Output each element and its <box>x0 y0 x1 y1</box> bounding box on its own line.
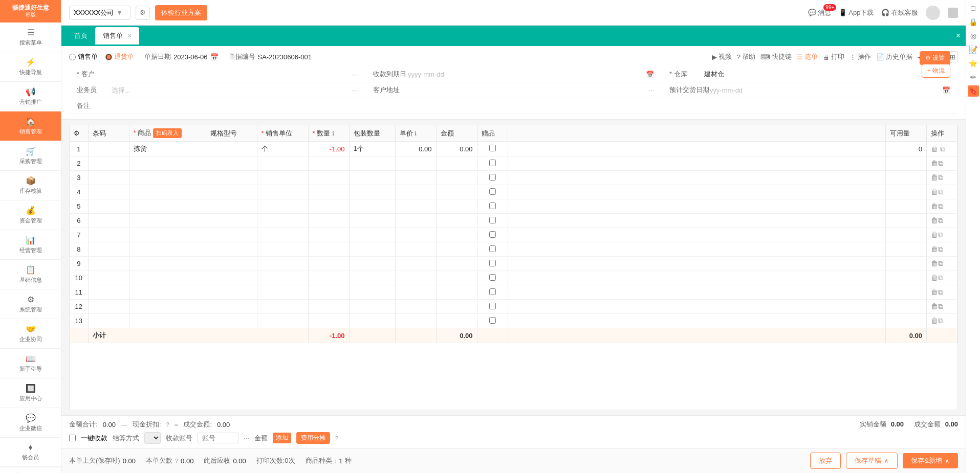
right-tool-target[interactable]: ◎ <box>968 30 979 41</box>
row-barcode[interactable] <box>88 142 129 156</box>
sidebar-item-basic[interactable]: 📋 基础信息 <box>0 260 61 289</box>
right-tool-edit[interactable]: ✏ <box>968 72 979 83</box>
tab-sales[interactable]: 销售单 × <box>95 27 139 44</box>
delete-row-button[interactable]: 🗑 <box>931 145 938 153</box>
sidebar-item-inventory[interactable]: 📦 库存核算 <box>0 171 61 200</box>
help-button[interactable]: ? 帮助 <box>737 52 755 61</box>
expense-help-icon[interactable]: ? <box>335 435 338 441</box>
address-dots-button[interactable]: ··· <box>648 86 654 94</box>
delete-row-button[interactable]: 🗑 <box>931 173 938 182</box>
copy-row-button[interactable]: ⧉ <box>938 216 943 225</box>
expected-date-calendar-icon[interactable]: 📅 <box>942 86 950 94</box>
customer-address-input[interactable] <box>408 86 644 94</box>
sidebar-item-quick-nav[interactable]: ⚡ 快捷导航 <box>0 52 61 82</box>
delete-row-button[interactable]: 🗑 <box>931 288 938 296</box>
sidebar-item-wechat[interactable]: 💬 企业微信 <box>0 408 61 438</box>
row-pkg-qty[interactable]: 1个 <box>349 142 395 156</box>
customer-input[interactable] <box>112 71 348 78</box>
due-date-input[interactable] <box>408 71 642 78</box>
right-tool-note[interactable]: 📝 <box>968 44 979 55</box>
settings-action-button[interactable]: ⚙ 设置 <box>920 51 950 65</box>
notification-button[interactable]: 💬 消息 99+ <box>808 8 832 17</box>
video-button[interactable]: ▶ 视频 <box>712 52 732 61</box>
right-tool-bookmark[interactable]: 🔖 <box>968 85 979 97</box>
operation-button[interactable]: ⋮ 操作 <box>850 52 871 61</box>
close-all-icon[interactable]: × <box>956 31 961 40</box>
sidebar-item-system[interactable]: ⚙ 系统管理 <box>0 289 61 319</box>
copy-row-button[interactable]: ⧉ <box>938 288 943 297</box>
sidebar-item-apps[interactable]: 🔲 应用中心 <box>0 378 61 408</box>
settings-button[interactable]: ⚙ <box>136 6 150 20</box>
row-unit[interactable]: 个 <box>257 142 308 156</box>
copy-row-button[interactable]: ⧉ <box>938 302 943 311</box>
draft-expand-icon[interactable]: ∧ <box>884 457 889 465</box>
col-settings[interactable]: ⚙ <box>70 125 88 142</box>
calc-method-select[interactable] <box>144 432 161 444</box>
delete-row-button[interactable]: 🗑 <box>931 274 938 282</box>
delete-row-button[interactable]: 🗑 <box>931 231 938 239</box>
row-gift[interactable] <box>477 142 508 156</box>
copy-row-button[interactable]: ⧉ <box>938 274 943 282</box>
sidebar-item-marketing[interactable]: 📢 营销推广 <box>0 82 61 111</box>
copy-row-button[interactable]: ⧉ <box>940 145 945 153</box>
delete-row-button[interactable]: 🗑 <box>931 159 938 167</box>
right-tool-star[interactable]: ⭐ <box>968 58 979 69</box>
sidebar-item-search[interactable]: ☰ 搜索菜单 <box>0 22 61 52</box>
copy-row-button[interactable]: ⧉ <box>938 188 943 196</box>
warehouse-value[interactable]: 建材仓 <box>704 70 941 79</box>
one-click-pay-checkbox[interactable] <box>69 435 76 441</box>
due-date-calendar-icon[interactable]: 📅 <box>646 71 654 78</box>
close-icon[interactable]: × <box>128 32 132 39</box>
print-button[interactable]: 🖨 打印 <box>823 52 844 61</box>
delete-row-button[interactable]: 🗑 <box>931 259 938 267</box>
delete-row-button[interactable]: 🗑 <box>931 202 938 210</box>
copy-row-button[interactable]: ⧉ <box>938 202 943 211</box>
app-download-button[interactable]: 📱 App下载 <box>839 8 874 17</box>
discard-button[interactable]: 放弃 <box>810 453 841 469</box>
delete-row-button[interactable]: 🗑 <box>931 245 938 253</box>
delete-row-button[interactable]: 🗑 <box>931 216 938 224</box>
sidebar-item-sales[interactable]: 🏠 销售管理 <box>0 111 61 141</box>
row-amount[interactable]: 0.00 <box>436 142 477 156</box>
row-price[interactable]: 0.00 <box>395 142 436 156</box>
scan-button[interactable]: 扫码录入 <box>153 128 182 138</box>
company-selector[interactable]: XXXXXX公司 ▼ <box>69 6 130 20</box>
sidebar-item-member[interactable]: ♦ 畅会员 <box>0 438 61 467</box>
expected-date-input[interactable] <box>706 86 938 94</box>
sidebar-item-purchase[interactable]: 🛒 采购管理 <box>0 141 61 171</box>
copy-row-button[interactable]: ⧉ <box>938 245 943 254</box>
radio-sales[interactable]: 销售单 <box>69 52 98 61</box>
sidebar-item-finance[interactable]: 💰 资金管理 <box>0 200 61 230</box>
save-expand-icon[interactable]: ∧ <box>945 457 950 465</box>
online-support-button[interactable]: 🎧 在线客服 <box>881 8 918 17</box>
copy-row-button[interactable]: ⧉ <box>938 159 943 168</box>
logistics-button[interactable]: + 物流 <box>922 64 950 78</box>
right-tool-lock[interactable]: 🔒 <box>968 16 979 28</box>
row-product[interactable]: 拣货 <box>129 142 206 156</box>
calendar-icon[interactable]: 📅 <box>210 53 219 61</box>
add-payment-button[interactable]: 添加 <box>273 433 291 443</box>
shortcut-button[interactable]: ⌨ 快捷键 <box>760 52 792 61</box>
row-spec[interactable] <box>206 142 257 156</box>
account-input[interactable] <box>198 433 238 443</box>
sidebar-item-enterprise[interactable]: 🤝 企业协同 <box>0 319 61 349</box>
row-qty[interactable]: -1.00 <box>308 142 349 156</box>
expense-split-button[interactable]: 费用分摊 <box>296 432 330 444</box>
row-notes[interactable] <box>508 142 886 156</box>
copy-row-button[interactable]: ⧉ <box>938 259 943 268</box>
account-dots-button[interactable]: ··· <box>244 434 249 442</box>
trial-button[interactable]: 体验行业方案 <box>155 5 207 20</box>
select-button[interactable]: ☰ 选单 <box>797 52 818 61</box>
copy-row-button[interactable]: ⧉ <box>938 231 943 239</box>
avatar[interactable] <box>926 6 940 20</box>
sidebar-item-operations[interactable]: 📊 经营管理 <box>0 230 61 260</box>
delete-row-button[interactable]: 🗑 <box>931 317 938 325</box>
salesperson-input[interactable] <box>112 86 348 94</box>
copy-row-button[interactable]: ⧉ <box>938 173 943 182</box>
save-draft-button[interactable]: 保存草稿 ∧ <box>846 453 898 469</box>
copy-row-button[interactable]: ⧉ <box>938 317 943 325</box>
delete-row-button[interactable]: 🗑 <box>931 188 938 196</box>
customer-dots-button[interactable]: ··· <box>352 71 358 78</box>
radio-return[interactable]: 退货单 <box>105 52 134 61</box>
delete-row-button[interactable]: 🗑 <box>931 302 938 310</box>
